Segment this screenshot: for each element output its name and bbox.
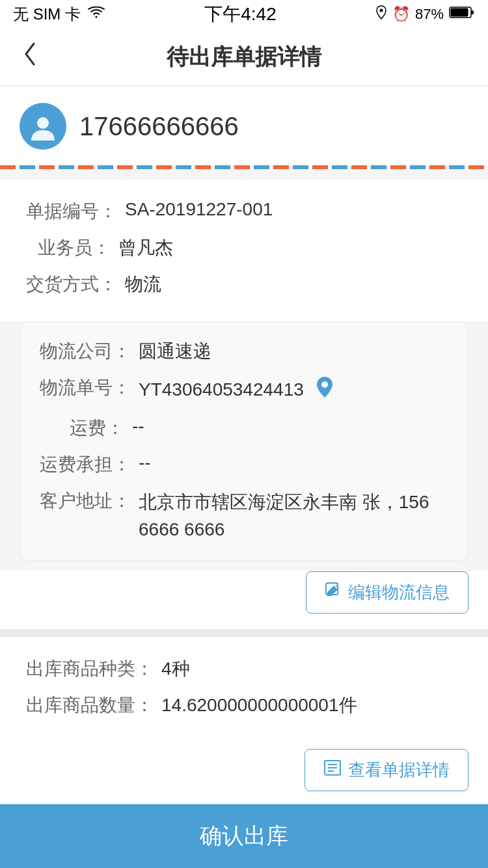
status-bar: 无 SIM 卡 下午4:42 ⏰ 87% [0,0,488,29]
alarm-icon: ⏰ [392,6,410,23]
status-bar-time: 下午4:42 [204,2,277,27]
edit-icon [325,582,342,603]
goods-type-row: 出库商品种类： 4种 [26,657,462,681]
status-bar-right: ⏰ 87% [375,5,475,23]
logistics-company-label: 物流公司： [40,339,131,364]
avatar [20,103,66,150]
nav-bar: 待出库单据详情 [0,29,488,86]
goods-quantity-label: 出库商品数量： [26,693,154,718]
svg-point-0 [379,9,383,12]
doc-number-value: SA-20191227-001 [125,199,462,220]
section-separator [0,629,488,637]
edit-logistics-row: 编辑物流信息 [0,571,488,629]
freight-value: -- [132,416,448,437]
customer-phone: 17666666666 [79,112,239,141]
freight-bear-label: 运费承担： [40,452,131,477]
back-button[interactable] [16,34,44,79]
logistics-card: 物流公司： 圆通速递 物流单号： YT43064053424413 运费： --… [20,321,468,561]
delivery-value: 物流 [125,272,462,297]
customer-header: 17666666666 [0,87,488,165]
tracking-label: 物流单号： [40,375,131,400]
edit-logistics-button[interactable]: 编辑物流信息 [306,571,468,614]
edit-logistics-label: 编辑物流信息 [348,581,450,604]
logistics-company-value: 圆通速递 [139,339,448,364]
doc-number-label: 单据编号： [26,199,117,224]
tracking-location-icon[interactable] [314,375,335,404]
delivery-row: 交货方式： 物流 [26,272,462,297]
page-title: 待出库单据详情 [167,42,321,72]
svg-rect-2 [451,8,468,17]
wifi-icon [87,5,105,23]
freight-bear-row: 运费承担： -- [40,452,448,477]
address-value: 北京市市辖区海淀区永丰南 张，156 6666 6666 [139,489,448,543]
address-label: 客户地址： [40,489,131,513]
battery-icon [449,5,475,23]
view-detail-label: 查看单据详情 [348,759,450,781]
location-status-icon [375,5,387,23]
tracking-value-wrap: YT43064053424413 [139,375,448,404]
battery-text: 87% [415,6,444,23]
logistics-company-row: 物流公司： 圆通速递 [40,339,448,364]
goods-quantity-value: 14.620000000000001件 [161,693,462,718]
doc-number-row: 单据编号： SA-20191227-001 [26,199,462,224]
freight-bear-value: -- [139,452,448,473]
svg-rect-3 [471,10,474,14]
goods-type-label: 出库商品种类： [26,657,154,681]
goods-type-value: 4种 [161,657,462,681]
salesperson-value: 曾凡杰 [118,236,462,260]
status-bar-left: 无 SIM 卡 [13,4,105,25]
tracking-number: YT43064053424413 [139,379,304,400]
view-detail-button[interactable]: 查看单据详情 [305,749,468,791]
document-info-section: 单据编号： SA-20191227-001 业务员： 曾凡杰 交货方式： 物流 [0,180,488,321]
delivery-label: 交货方式： [26,272,117,297]
salesperson-label: 业务员： [26,236,111,260]
view-detail-row: 查看单据详情 [0,742,488,811]
dashed-divider [0,165,488,169]
svg-point-5 [321,381,328,388]
goods-section: 出库商品种类： 4种 出库商品数量： 14.620000000000001件 [0,637,488,742]
confirm-button-label: 确认出库 [200,823,288,848]
confirm-button[interactable]: 确认出库 [0,804,488,868]
goods-quantity-row: 出库商品数量： 14.620000000000001件 [26,693,462,718]
address-row: 客户地址： 北京市市辖区海淀区永丰南 张，156 6666 6666 [40,489,448,543]
carrier-text: 无 SIM 卡 [13,4,81,25]
salesperson-row: 业务员： 曾凡杰 [26,236,462,260]
freight-label: 运费： [40,416,124,441]
svg-point-4 [37,117,49,129]
freight-row: 运费： -- [40,416,448,441]
view-detail-icon [323,759,342,781]
tracking-row: 物流单号： YT43064053424413 [40,375,448,404]
